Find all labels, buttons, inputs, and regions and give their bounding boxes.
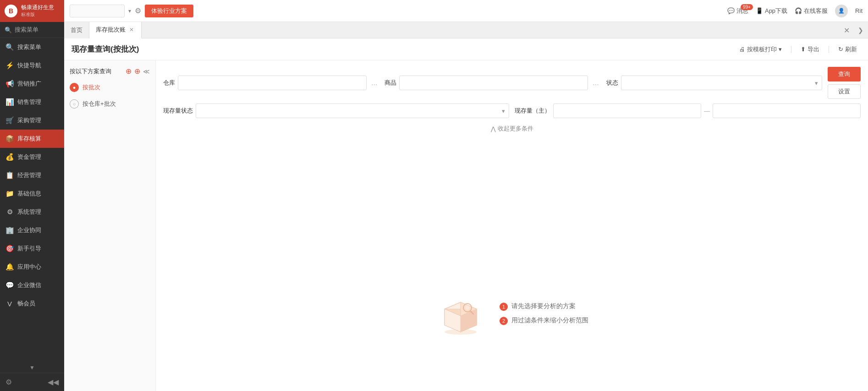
topbar-messages[interactable]: 💬 消息 99+ [727, 7, 748, 15]
left-panel-header: 按以下方案查询 ⊕ ⊕ ≪ [64, 65, 155, 79]
phone-icon: 📱 [756, 7, 763, 14]
sidebar-item-marketing[interactable]: 📢 营销推广 [0, 75, 64, 93]
settings-button[interactable]: 设置 [828, 84, 861, 99]
sidebar-logo: B [5, 5, 17, 17]
nav-label-operation: 经营管理 [17, 171, 41, 179]
product-input[interactable] [399, 76, 588, 90]
sidebar-item-guide[interactable]: 🎯 新手引导 [0, 239, 64, 258]
topbar-search-input[interactable] [70, 5, 125, 17]
sidebar-item-wechat[interactable]: 💬 企业微信 [0, 276, 64, 294]
nav-icon-marketing: 📢 [5, 80, 14, 88]
step-1-num: 1 [500, 303, 508, 311]
manage-plan-icon[interactable]: ⊕ [134, 67, 140, 76]
sidebar-item-search[interactable]: 🔍 搜索菜单 [0, 38, 64, 56]
plan-active-checkmark: ● [73, 85, 76, 90]
nav-icon-quick: ⚡ [5, 61, 14, 70]
filter-product-group: 商品 ... [385, 76, 600, 90]
warehouse-more-icon[interactable]: ... [369, 79, 379, 87]
empty-tip-2: 2 用过滤条件来缩小分析范围 [500, 316, 588, 325]
nav-icon-system: ⚙ [5, 208, 14, 216]
nav-label-purchase: 采购管理 [17, 116, 41, 125]
filter-inventory-status-group: 现存量状态 ▾ [163, 103, 509, 118]
filter-inventory-qty-group: 现存量（主） — [515, 103, 861, 118]
status-select-arrow: ▾ [815, 80, 818, 87]
sidebar-item-quick[interactable]: ⚡ 快捷导航 [0, 56, 64, 75]
nav-label-enterprise: 企业协同 [17, 226, 41, 234]
inventory-qty-from-input[interactable] [553, 103, 701, 118]
topbar-left: ▾ ⚙ 体验行业方案 [70, 5, 724, 17]
collapse-more-label: 收起更多条件 [498, 125, 533, 133]
topbar-gear-icon[interactable]: ⚙ [135, 6, 141, 15]
sidebar-item-member[interactable]: V 畅会员 [0, 294, 64, 313]
tab-home-label: 首页 [71, 26, 82, 34]
topbar-right: 💬 消息 99+ 📱 App下载 🎧 在线客服 👤 Rit [727, 5, 863, 17]
nav-icon-sales: 📊 [5, 98, 14, 106]
plan-item-warehouse-batch[interactable]: ○ 按仓库+批次 [64, 96, 155, 112]
tab-home[interactable]: 首页 [64, 22, 89, 38]
topbar-online-service[interactable]: 🎧 在线客服 [795, 7, 828, 15]
nav-label-member: 畅会员 [17, 299, 35, 308]
sidebar-header: B 畅康通好生意 标准版 [0, 0, 64, 22]
user-avatar[interactable]: 👤 [835, 5, 848, 17]
nav-icon-basic: 📁 [5, 190, 14, 198]
query-button[interactable]: 查询 [828, 67, 861, 81]
sidebar-item-enterprise[interactable]: 🏢 企业协同 [0, 221, 64, 239]
topbar-dropdown-arrow[interactable]: ▾ [128, 8, 131, 14]
sidebar-item-basic[interactable]: 📁 基础信息 [0, 185, 64, 203]
inventory-status-arrow: ▾ [502, 108, 505, 114]
trial-button[interactable]: 体验行业方案 [145, 5, 193, 17]
sidebar-item-finance[interactable]: 💰 资金管理 [0, 148, 64, 166]
tabs-close-all-icon[interactable]: ✕ [844, 26, 850, 34]
filter-row-2: 现存量状态 ▾ 现存量（主） — [163, 103, 861, 118]
tabs-bar: 首页 库存批次账 ✕ ✕ ❯ [64, 22, 868, 38]
export-action[interactable]: ⬆ 导出 [797, 43, 823, 55]
page-body: 按以下方案查询 ⊕ ⊕ ≪ ● 按批次 ○ [64, 60, 868, 391]
status-select[interactable]: ▾ [621, 76, 822, 90]
sidebar-item-app[interactable]: 🔔 应用中心 [0, 258, 64, 276]
inventory-qty-dash: — [704, 108, 710, 114]
sidebar-brand-name: 畅康通好生意 [21, 4, 54, 11]
sidebar-search-label: 搜索菜单 [15, 26, 38, 34]
empty-state: 1 请先选择要分析的方案 2 用过滤条件来缩小分析范围 [163, 215, 861, 385]
username-label[interactable]: Rit [855, 7, 863, 14]
nav-label-basic: 基础信息 [17, 190, 41, 198]
sidebar-item-sales[interactable]: 📊 销售管理 [0, 93, 64, 111]
nav-label-wechat: 企业微信 [17, 281, 41, 289]
empty-tip-1: 1 请先选择要分析的方案 [500, 302, 588, 311]
tab-close-icon[interactable]: ✕ [128, 27, 135, 33]
sidebar-item-operation[interactable]: 📋 经营管理 [0, 166, 64, 185]
sidebar-search[interactable]: 🔍 搜索菜单 [0, 22, 64, 38]
sidebar-item-purchase[interactable]: 🛒 采购管理 [0, 111, 64, 130]
settings-icon[interactable]: ⚙ [5, 378, 12, 386]
tabs-more-icon[interactable]: ❯ [858, 27, 863, 34]
tab-inventory-batch[interactable]: 库存批次账 ✕ [89, 22, 142, 38]
warehouse-input[interactable] [178, 76, 367, 90]
inventory-qty-to-input[interactable] [713, 103, 861, 118]
nav-icon-wechat: 💬 [5, 281, 14, 289]
sidebar-item-system[interactable]: ⚙ 系统管理 [0, 203, 64, 221]
refresh-action[interactable]: ↻ 刷新 [835, 43, 861, 55]
product-label: 商品 [385, 79, 396, 87]
sidebar-item-inventory[interactable]: 📦 库存核算 [0, 130, 64, 148]
inventory-status-select[interactable]: ▾ [196, 103, 509, 118]
product-more-icon[interactable]: ... [591, 79, 600, 87]
nav-label-marketing: 营销推广 [17, 80, 41, 88]
empty-text: 1 请先选择要分析的方案 2 用过滤条件来缩小分析范围 [500, 302, 588, 325]
service-label: 在线客服 [804, 7, 828, 15]
print-dropdown-icon[interactable]: ▾ [779, 46, 782, 53]
filter-area: 仓库 ... 商品 ... 状态 [163, 67, 861, 209]
sidebar-scroll-down[interactable]: ▼ [0, 363, 64, 373]
plan-item-batch[interactable]: ● 按批次 [64, 79, 155, 96]
divider-2 [829, 46, 829, 53]
nav-label-search: 搜索菜单 [17, 43, 41, 51]
nav-label-sales: 销售管理 [17, 98, 41, 106]
collapse-more-btn[interactable]: ⋀ 收起更多条件 [163, 123, 861, 135]
print-action[interactable]: 🖨 按模板打印 ▾ [736, 43, 786, 55]
add-plan-icon[interactable]: ⊕ [126, 67, 132, 76]
app-label: App下载 [765, 7, 787, 15]
search-icon: 🔍 [5, 27, 12, 33]
plan-inactive-dot: ○ [73, 101, 76, 107]
collapse-panel-icon[interactable]: ≪ [143, 68, 150, 75]
collapse-sidebar-icon[interactable]: ◀◀ [48, 378, 59, 386]
topbar-app-download[interactable]: 📱 App下载 [756, 7, 787, 15]
